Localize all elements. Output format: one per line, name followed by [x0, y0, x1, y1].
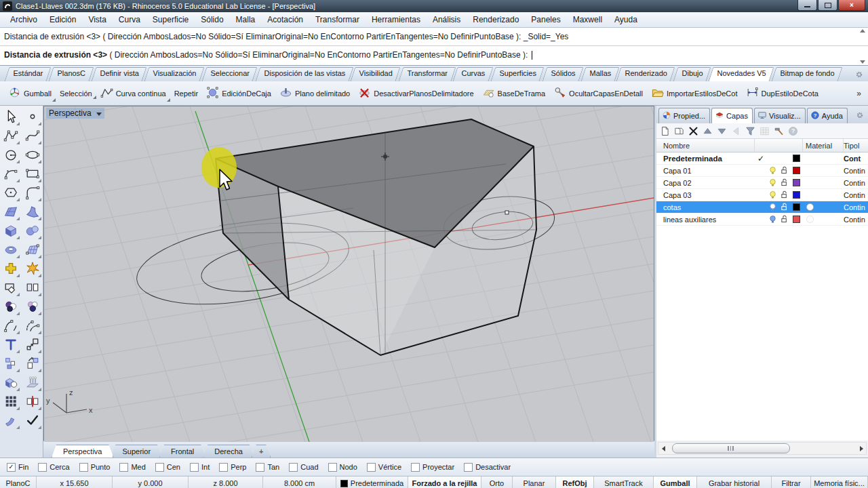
panel-tab-ayuda[interactable]: ?Ayuda [807, 108, 848, 123]
pointer-tool-button[interactable] [1, 108, 20, 126]
tab-options-gear-icon[interactable] [854, 70, 864, 79]
ellipse-tool-button[interactable] [23, 146, 42, 164]
toolbar-tab-definir-vista[interactable]: Definir vista [91, 67, 146, 81]
fillet-curve-tool-button[interactable] [23, 184, 42, 202]
osnap-int[interactable]: Int [190, 463, 210, 472]
osnap-cerca[interactable]: Cerca [38, 463, 69, 472]
fillet-arc-tool-button[interactable] [1, 317, 20, 335]
toolbar-overflow-chevron[interactable]: » [854, 89, 864, 98]
status-grabarhistorial[interactable]: Grabar historial [697, 476, 772, 488]
checkbox-icon[interactable] [464, 463, 473, 472]
layer-color-swatch[interactable] [790, 203, 803, 211]
rectangle-tool-button[interactable] [23, 165, 42, 183]
array-grid-tool-button[interactable] [1, 392, 20, 411]
command-scrollbar[interactable] [858, 29, 867, 64]
status-8000cm[interactable]: 8.000 cm [263, 476, 336, 488]
menu-item-curva[interactable]: Curva [113, 14, 146, 26]
solid-union-tool-button[interactable] [1, 373, 20, 392]
check-tool-button[interactable] [23, 411, 42, 430]
desactivarplanosdelimitadore-button[interactable]: DesactivarPlanosDelimitadore [354, 83, 477, 103]
polygon-tool-button[interactable] [1, 184, 20, 202]
layer-linetype[interactable]: Contin [844, 216, 868, 224]
viewport-tab-derecha[interactable]: Derecha [203, 445, 254, 458]
osnap-desactivar[interactable]: Desactivar [464, 463, 511, 472]
status-forzadoalarejilla[interactable]: Forzado a la rejilla [408, 476, 481, 488]
status-predeterminada[interactable]: Predeterminada [336, 476, 408, 488]
layer-lock-icon[interactable] [778, 166, 790, 175]
rotate-copy-tool-button[interactable] [23, 354, 42, 373]
edicióndecaja-button[interactable]: EdiciónDeCaja [202, 83, 275, 103]
toolbar-tab-curvas[interactable]: Curvas [453, 67, 494, 81]
toolbar-tab-dibujo[interactable]: Dibujo [673, 67, 711, 81]
surface-curved-tool-button[interactable] [23, 203, 42, 221]
lights-tool-button[interactable] [23, 373, 42, 392]
osnap-vrtice[interactable]: Vértice [367, 463, 401, 472]
section-tool-button[interactable] [23, 392, 42, 411]
status-refobj[interactable]: RefObj [556, 476, 594, 488]
menu-item-renderizado[interactable]: Renderizado [467, 14, 525, 26]
checkbox-icon[interactable] [367, 463, 376, 472]
layer-material-icon[interactable] [803, 203, 844, 211]
layer-color-swatch[interactable] [790, 179, 803, 186]
trim-tool-button[interactable] [1, 279, 20, 297]
status-planar[interactable]: Planar [513, 476, 556, 488]
drop-color-2-tool-button[interactable] [23, 298, 42, 316]
control-point-curve-tool-button[interactable] [1, 127, 20, 145]
checkbox-icon[interactable] [38, 463, 47, 472]
viewport-tab-perspectiva[interactable]: Perspectiva [52, 445, 113, 458]
layer-linetype[interactable]: Contin [844, 191, 868, 199]
layer-color-swatch[interactable] [790, 155, 803, 162]
scroll-down-icon[interactable] [860, 60, 865, 64]
scroll-up-icon[interactable] [860, 29, 865, 33]
layer-lock-icon[interactable] [778, 178, 790, 187]
delete-button[interactable] [687, 125, 700, 138]
layer-material-icon[interactable] [803, 215, 844, 224]
viewport-title-dropdown[interactable]: Perspectiva [46, 108, 104, 119]
layer-lock-icon[interactable] [778, 190, 790, 199]
layer-bulb-icon[interactable] [767, 190, 778, 199]
status-x15650[interactable]: x 15.650 [37, 476, 113, 488]
plano-delimitado-button[interactable]: Plano delimitado [275, 83, 354, 103]
panel-options-gear-icon[interactable] [855, 110, 866, 120]
layer-row[interactable]: Capa 02Contin [656, 177, 868, 189]
status-smarttrack[interactable]: SmartTrack [594, 476, 654, 488]
layer-linetype[interactable]: Contin [844, 203, 868, 211]
viewport-tab-frontal[interactable]: Frontal [159, 445, 205, 458]
toolbar-tab-bitmap-de-fondo[interactable]: Bitmap de fondo [772, 67, 843, 81]
ocultarcapasendetall-button[interactable]: OcultarCapasEnDetall [549, 83, 647, 103]
osnap-cuad[interactable]: Cuad [289, 463, 318, 472]
checkbox-icon[interactable] [119, 463, 128, 472]
toolbar-tab-visualización[interactable]: Visualización [144, 67, 205, 81]
perspective-viewport[interactable]: z x y Perspectiva [43, 106, 654, 441]
layer-color-swatch[interactable] [790, 167, 803, 174]
osnap-cen[interactable]: Cen [155, 463, 180, 472]
column-header-name[interactable]: Nombre [656, 139, 755, 152]
surface-patch-tool-button[interactable] [23, 241, 42, 259]
filter-button[interactable] [744, 125, 757, 138]
layer-row[interactable]: Capa 03Contin [656, 189, 868, 201]
osnap-med[interactable]: Med [119, 463, 145, 472]
scale-tool-button[interactable] [23, 336, 42, 354]
command-prompt-line[interactable]: Distancia de extrusión <3> ( Dirección A… [0, 46, 868, 64]
toolbar-tab-estándar[interactable]: Estándar [5, 67, 52, 81]
scroll-right-icon[interactable] [856, 446, 866, 451]
basedetrama-button[interactable]: BaseDeTrama [478, 83, 550, 103]
panel-horizontal-scrollbar[interactable] [658, 442, 867, 455]
curva-continua-button[interactable]: Curva continua [96, 83, 170, 103]
status-memoriafsic[interactable]: Memoria físic... [811, 476, 868, 488]
menu-item-paneles[interactable]: Paneles [525, 14, 566, 26]
checkbox-icon[interactable] [219, 463, 228, 472]
point-tool-button[interactable] [23, 108, 42, 126]
checkbox-icon[interactable] [190, 463, 199, 472]
close-button[interactable]: × [838, 0, 865, 11]
toolbar-tab-superficies[interactable]: Superficies [491, 67, 545, 81]
toolbar-tab-seleccionar[interactable]: Seleccionar [202, 67, 258, 81]
osnap-tan[interactable]: Tan [256, 463, 279, 472]
osnap-fin[interactable]: ✓Fin [7, 463, 28, 472]
layer-bulb-icon[interactable] [767, 203, 778, 211]
layer-bulb-icon[interactable] [767, 215, 778, 224]
scrollbar-thumb[interactable] [672, 443, 790, 453]
bend-tool-button[interactable] [1, 411, 20, 430]
column-header-material[interactable]: Material [803, 139, 844, 152]
toolbar-tab-sólidos[interactable]: Sólidos [542, 67, 583, 81]
